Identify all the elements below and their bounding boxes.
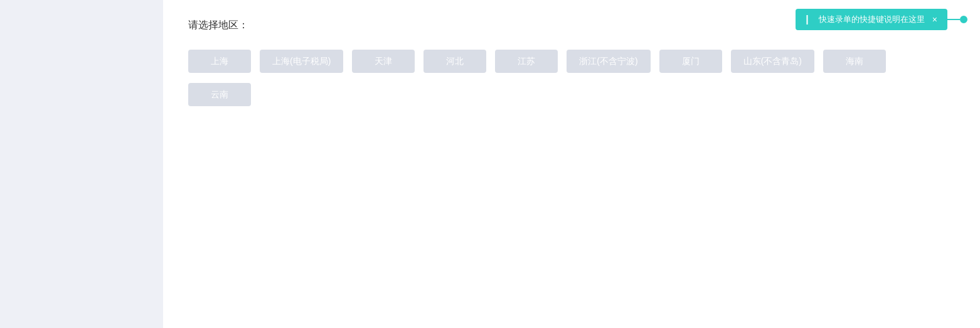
region-btn-shanghai[interactable]: 上海 (188, 50, 251, 73)
region-btn-shanghai-etax[interactable]: 上海(电子税局) (260, 50, 343, 73)
sidebar (0, 0, 163, 328)
region-btn-tianjin[interactable]: 天津 (352, 50, 415, 73)
main-content: 请选择地区： 上海上海(电子税局)天津河北江苏浙江(不含宁波)厦门山东(不含青岛… (163, 0, 980, 328)
region-btn-jiangsu[interactable]: 江苏 (495, 50, 558, 73)
region-btn-zhejiang[interactable]: 浙江(不含宁波) (567, 50, 650, 73)
region-btn-shandong[interactable]: 山东(不含青岛) (731, 50, 814, 73)
region-btn-yunnan[interactable]: 云南 (188, 83, 251, 106)
connector-line (947, 19, 960, 20)
dot-indicator (960, 16, 967, 23)
tooltip-banner: 快速录单的快捷键说明在这里 × (796, 9, 947, 30)
region-btn-hainan[interactable]: 海南 (823, 50, 886, 73)
region-btn-xiamen[interactable]: 厦门 (659, 50, 722, 73)
tooltip-close-button[interactable]: × (932, 15, 937, 24)
region-buttons: 上海上海(电子税局)天津河北江苏浙江(不含宁波)厦门山东(不含青岛)海南云南 (188, 50, 955, 106)
region-btn-hebei[interactable]: 河北 (423, 50, 486, 73)
tooltip-text: 快速录单的快捷键说明在这里 (819, 14, 925, 25)
